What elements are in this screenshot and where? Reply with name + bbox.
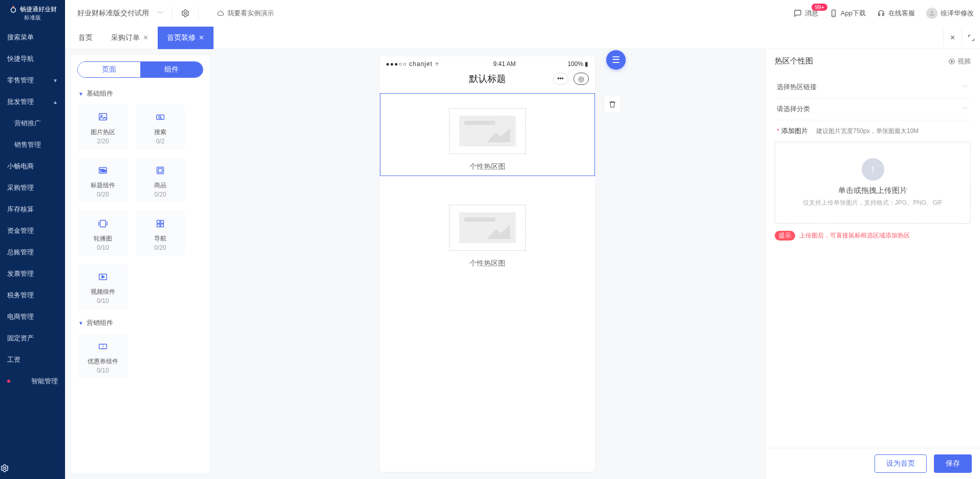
gear-icon[interactable] — [181, 9, 190, 18]
tabs-close-button[interactable]: ✕ — [943, 29, 962, 47]
tab-home-decor[interactable]: 首页装修✕ — [158, 27, 214, 49]
delete-block-button[interactable] — [604, 96, 621, 113]
chevron-down-icon: ﹀ — [962, 82, 969, 92]
component-count: 0/2 — [156, 138, 165, 145]
prop-label: 选择热区链接 — [777, 82, 817, 92]
sidebar-item-ecommerce[interactable]: 电商管理 — [0, 306, 65, 328]
sidebar-item-salary[interactable]: 工资 — [0, 349, 65, 371]
svg-rect-15 — [100, 220, 106, 227]
phone-carrier: chanjet — [409, 60, 433, 68]
sidebar-item-invoice[interactable]: 发票管理 — [0, 263, 65, 285]
sidebar-item-quicknav[interactable]: 快捷导航 — [0, 48, 65, 70]
demo-link[interactable]: 我要看实例演示 — [216, 9, 274, 18]
expand-icon — [967, 34, 975, 42]
sidebar-settings-icon[interactable] — [0, 458, 65, 479]
canvas-block-hotzone-1[interactable]: 个性热区图 — [380, 93, 595, 176]
set-home-button[interactable]: 设为首页 — [875, 454, 927, 473]
component-count: 0/20 — [154, 244, 166, 251]
brand-icon — [9, 5, 18, 14]
brand-name: 畅捷通好业财 — [20, 5, 57, 14]
svg-point-5 — [4, 467, 6, 470]
phone-title: 默认标题 — [469, 73, 506, 85]
component-card-carousel[interactable]: 轮播图 0/10 — [78, 211, 127, 256]
sidebar-item-ledger[interactable]: 总账管理 — [0, 242, 65, 263]
close-icon[interactable]: ✕ — [143, 34, 148, 41]
cloud-demo-icon — [216, 9, 224, 17]
sidebar-item-marketing[interactable]: 营销推广 — [0, 113, 65, 134]
search-icon — [153, 110, 168, 125]
segment-components[interactable]: 组件 — [140, 62, 203, 77]
prop-link-selector[interactable]: 选择热区链接 ﹀ — [775, 76, 971, 98]
component-card-nav[interactable]: 导航 0/20 — [136, 211, 185, 256]
phone-menu-icon[interactable]: ••• — [553, 73, 568, 85]
sidebar-item-smart[interactable]: 智能管理 — [0, 371, 65, 392]
title-icon: Title — [95, 163, 111, 178]
sidebar-item-retail[interactable]: 零售管理▼ — [0, 70, 65, 91]
app-download-tool[interactable]: App下载 — [829, 9, 866, 18]
sidebar-item-inventory[interactable]: 库存核算 — [0, 199, 65, 220]
hamburger-fab[interactable]: ☰ — [606, 50, 626, 70]
support-tool[interactable]: 在线客服 — [877, 9, 915, 18]
user-name: 徐泽华修改 — [941, 9, 974, 18]
product-chevron-icon[interactable]: ﹀ — [157, 9, 164, 18]
save-button[interactable]: 保存 — [934, 454, 972, 473]
tab-purchase-order[interactable]: 采购订单✕ — [102, 27, 158, 49]
sidebar-item-wholesale[interactable]: 批发管理▲ — [0, 91, 65, 113]
prop-category-selector[interactable]: 请选择分类 ﹀ — [775, 98, 971, 120]
component-panel: 页面 组件 ▼ 基础组件 图片热区 2/20 搜索 — [71, 55, 209, 473]
tabs-expand-button[interactable] — [962, 29, 980, 47]
component-card-video[interactable]: 视频组件 0/10 — [78, 264, 127, 309]
chevron-down-icon: ▼ — [78, 91, 83, 97]
play-icon — [948, 58, 955, 65]
sidebar-item-search[interactable]: 搜索菜单 — [0, 27, 65, 48]
user-menu[interactable]: 徐泽华修改 — [926, 8, 974, 19]
component-label: 搜索 — [154, 128, 166, 137]
tab-label: 首页装修 — [167, 33, 196, 42]
component-count: 2/20 — [97, 138, 109, 145]
component-card-search[interactable]: 搜索 0/2 — [136, 104, 185, 149]
component-label: 标题组件 — [91, 181, 115, 190]
image-upload-box[interactable]: ↑ 单击或拖拽上传图片 仅支持上传单张图片，支持格式：JPG、PNG、GIF — [775, 142, 971, 224]
sidebar-item-label: 库存核算 — [7, 205, 34, 214]
component-card-coupon[interactable]: 优惠券组件 0/10 — [78, 334, 127, 379]
component-label: 导航 — [154, 234, 166, 243]
svg-rect-14 — [158, 168, 162, 172]
sidebar-item-assets[interactable]: 固定资产 — [0, 328, 65, 349]
sidebar-item-tax[interactable]: 税务管理 — [0, 285, 65, 306]
sidebar-item-label: 工资 — [7, 355, 20, 364]
block-label: 个性热区图 — [470, 259, 505, 268]
sidebar-item-ecom[interactable]: 小畅电商 — [0, 156, 65, 177]
phone-target-icon[interactable]: ◎ — [573, 73, 589, 85]
tab-home[interactable]: 首页 — [69, 27, 102, 49]
svg-rect-6 — [99, 113, 107, 120]
sidebar-item-purchase[interactable]: 采购管理 — [0, 177, 65, 199]
nav-icon — [153, 216, 168, 231]
phone-battery: 100% ▮ — [567, 60, 588, 68]
phone-preview: ●●●○○ chanjet ᯤ 9:41 AM 100% ▮ 默认标题 ••• … — [380, 56, 595, 472]
section-title-marketing[interactable]: ▼ 营销组件 — [78, 318, 202, 328]
brand-edition: 标准版 — [24, 14, 41, 21]
tip-text: 上传图后，可直接鼠标框选区域添加热区 — [799, 231, 910, 240]
chevron-down-icon: ﹀ — [962, 104, 969, 114]
canvas-block-hotzone-2[interactable]: 个性热区图 — [380, 190, 595, 272]
close-icon[interactable]: ✕ — [199, 34, 204, 41]
upload-sub: 仅支持上传单张图片，支持格式：JPG、PNG、GIF — [803, 199, 943, 207]
section-title-basic[interactable]: ▼ 基础组件 — [78, 89, 202, 98]
video-tutorial-link[interactable]: 视频 — [948, 57, 971, 66]
tab-label: 首页 — [78, 33, 93, 42]
component-card-title[interactable]: Title 标题组件 0/20 — [78, 158, 127, 203]
sidebar-item-funds[interactable]: 资金管理 — [0, 220, 65, 242]
message-badge: 99+ — [812, 4, 827, 11]
component-card-goods[interactable]: 商品 0/20 — [136, 158, 185, 203]
chevron-up-icon: ▲ — [53, 99, 58, 105]
trash-icon — [608, 100, 616, 108]
svg-point-0 — [11, 8, 15, 12]
add-image-hint: 建议图片宽度750px，单张图最大10M — [816, 127, 919, 136]
message-tool[interactable]: 消息 99+ — [794, 9, 818, 18]
sidebar-item-sales[interactable]: 销售管理 — [0, 134, 65, 156]
component-card-image-hotzone[interactable]: 图片热区 2/20 — [78, 104, 127, 149]
component-label: 优惠券组件 — [88, 357, 118, 366]
carousel-icon — [95, 216, 111, 231]
svg-rect-13 — [157, 167, 164, 173]
segment-page[interactable]: 页面 — [78, 62, 140, 77]
